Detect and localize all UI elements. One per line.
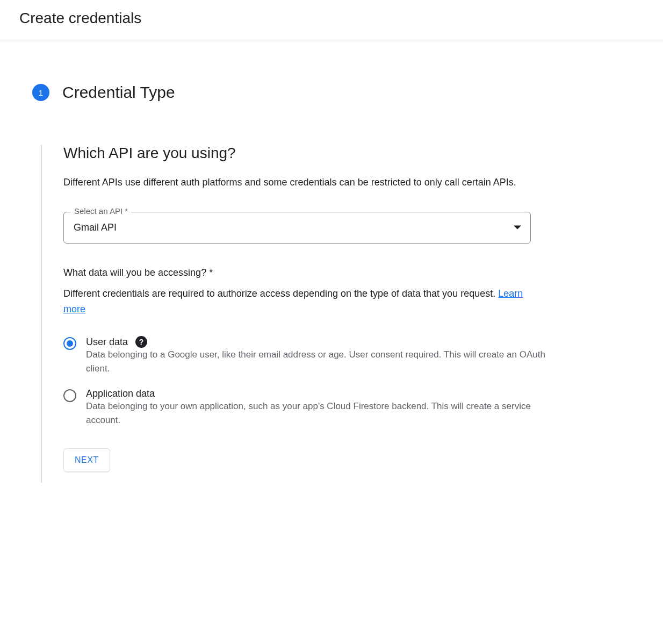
api-select-wrap: Select an API * Gmail API: [63, 212, 531, 244]
next-button[interactable]: NEXT: [63, 448, 110, 472]
radio-app-content: Application data Data belonging to your …: [86, 388, 559, 427]
wizard-content: 1 Credential Type Which API are you usin…: [0, 40, 591, 504]
radio-user-content: User data ? Data belonging to a Google u…: [86, 336, 559, 375]
radio-dot-icon: [67, 340, 73, 347]
api-select[interactable]: Gmail API: [63, 212, 531, 244]
data-access-question: What data will you be accessing? *: [63, 267, 559, 278]
radio-app-title: Application data: [86, 388, 155, 399]
radio-user-title: User data: [86, 337, 128, 348]
step-number: 1: [39, 88, 43, 97]
radio-app-desc: Data belonging to your own application, …: [86, 401, 531, 425]
data-access-desc: Different credentials are required to au…: [63, 286, 536, 317]
radio-user-title-row: User data ?: [86, 336, 559, 348]
step-number-badge: 1: [32, 84, 49, 101]
api-section-heading: Which API are you using?: [63, 145, 559, 162]
chevron-down-icon: [514, 226, 521, 230]
radio-app-title-row: Application data: [86, 388, 559, 399]
step-body: Which API are you using? Different APIs …: [41, 145, 559, 483]
help-icon[interactable]: ?: [135, 336, 147, 348]
api-section-desc: Different APIs use different auth platfo…: [63, 175, 536, 190]
page-header: Create credentials: [0, 0, 663, 40]
api-select-label: Select an API *: [71, 206, 131, 216]
radio-unselected-icon: [63, 389, 76, 402]
data-type-radio-group: User data ? Data belonging to a Google u…: [63, 336, 559, 427]
api-select-value: Gmail API: [74, 222, 117, 233]
radio-user-data[interactable]: User data ? Data belonging to a Google u…: [63, 336, 559, 375]
radio-user-desc: Data belonging to a Google user, like th…: [86, 349, 545, 374]
radio-selected-icon: [63, 337, 76, 350]
page-title: Create credentials: [19, 10, 644, 27]
step-header: 1 Credential Type: [32, 83, 559, 102]
radio-app-data[interactable]: Application data Data belonging to your …: [63, 388, 559, 427]
data-access-desc-text: Different credentials are required to au…: [63, 288, 498, 299]
step-title: Credential Type: [62, 83, 175, 102]
